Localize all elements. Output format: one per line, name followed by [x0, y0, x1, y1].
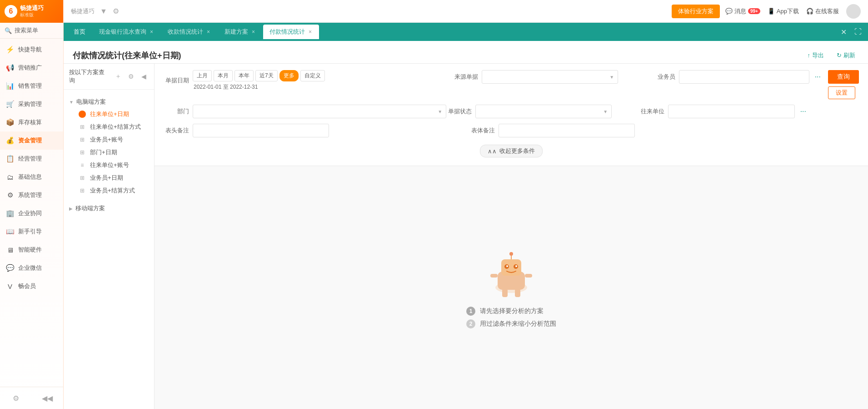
partner-input[interactable] — [668, 105, 794, 118]
scheme-item-salesman-payment[interactable]: ⊞ 业务员+结算方式 — [69, 184, 149, 197]
date-btn-more[interactable]: 更多 — [279, 70, 299, 81]
chevron-up-icon: ∧∧ — [488, 148, 497, 155]
export-label: 导出 — [812, 51, 824, 60]
refresh-button[interactable]: ↻ 刷新 — [833, 50, 859, 61]
avatar[interactable] — [846, 4, 861, 19]
tab-payment-close[interactable]: × — [308, 28, 313, 36]
source-select[interactable]: ▼ — [482, 70, 618, 84]
partner-label: 往来单位 — [639, 107, 664, 116]
sidebar-item-label: 快捷导航 — [18, 45, 42, 54]
online-service-button[interactable]: 🎧 在线客服 — [806, 7, 839, 15]
sidebar-bottom: ⚙ ◀◀ — [0, 387, 63, 409]
expand-tabs-button[interactable]: ⛶ — [852, 25, 864, 38]
date-btn-last7[interactable]: 近7天 — [255, 70, 278, 81]
sidebar-item-basic[interactable]: 🗂 基础信息 — [0, 168, 63, 186]
svg-rect-12 — [515, 289, 520, 297]
tab-new-plan-label: 新建方案 — [224, 28, 248, 36]
date-btn-custom[interactable]: 自定义 — [300, 70, 325, 81]
sidebar-item-member[interactable]: V 畅会员 — [0, 277, 63, 295]
sidebar-item-enterprise[interactable]: 🏢 企业协同 — [0, 204, 63, 222]
scheme-item-label: 业务员+日期 — [90, 174, 123, 182]
body-note-input[interactable] — [499, 124, 635, 137]
sidebar-item-inventory[interactable]: 📦 库存核算 — [0, 113, 63, 131]
scheme-item-salesman-account[interactable]: ⊞ 业务员+账号 — [69, 133, 149, 146]
scheme-header-label: 按以下方案查询 — [69, 68, 110, 85]
filter-settings-button[interactable]: 设置 — [828, 86, 855, 99]
scheme-group-mobile: ▶ 移动端方案 — [64, 200, 154, 217]
collapse-sidebar-button[interactable]: ◀◀ — [40, 391, 55, 405]
scheme-header: 按以下方案查询 ＋ ⚙ ◀ — [64, 64, 154, 90]
status-select[interactable]: ▼ — [475, 105, 612, 118]
messages-button[interactable]: 💬 消息 99+ — [725, 7, 760, 15]
scheme-collapse-button[interactable]: ◀ — [139, 71, 149, 81]
scheme-item-salesman-date[interactable]: ⊞ 业务员+日期 — [69, 172, 149, 184]
export-button[interactable]: ↑ 导出 — [804, 50, 828, 61]
tab-payment[interactable]: 付款情况统计 × — [263, 25, 319, 39]
salesman-input[interactable] — [679, 70, 809, 84]
tab-bank[interactable]: 现金银行流水查询 × — [93, 25, 160, 39]
tab-payment-label: 付款情况统计 — [269, 28, 305, 36]
sidebar-item-operation[interactable]: 📋 经营管理 — [0, 150, 63, 168]
sidebar-search[interactable]: 🔍 搜索菜单 — [0, 23, 63, 39]
gear-button[interactable]: ⚙ — [9, 391, 23, 405]
sidebar-nav: ⚡ 快捷导航 📢 营销推广 📊 销售管理 🛒 采购管理 📦 库存核算 💰 资金管… — [0, 39, 63, 387]
sidebar-item-system[interactable]: ⚙ 系统管理 — [0, 186, 63, 204]
app-download-button[interactable]: 📱 App下载 — [768, 7, 799, 15]
page-content: 付款情况统计(往来单位+日期) ↑ 导出 ↻ 刷新 按以下方案查询 ＋ — [64, 41, 868, 409]
chevron-down-icon[interactable]: ▼ — [100, 7, 107, 15]
tip-num-2: 2 — [466, 319, 475, 328]
scheme-item-bar-icon: ≡ — [78, 161, 86, 169]
sidebar-item-label: 经营管理 — [18, 155, 42, 163]
sidebar-item-label: 企业协同 — [18, 209, 42, 217]
tabbar-actions: ✕ ⛶ — [837, 25, 864, 38]
hardware-icon: 🖥 — [5, 245, 15, 254]
dept-select[interactable]: ▼ — [193, 105, 446, 118]
scheme-item-dept-date[interactable]: ⊞ 部门+日期 — [69, 146, 149, 159]
date-btn-this-year[interactable]: 本年 — [234, 70, 254, 81]
sidebar-item-shortcut[interactable]: ⚡ 快捷导航 — [0, 40, 63, 59]
app-download-label: App下载 — [777, 7, 799, 15]
date-btn-last-month[interactable]: 上月 — [193, 70, 212, 81]
scheme-settings-button[interactable]: ⚙ — [126, 71, 136, 81]
scheme-item-unit-payment[interactable]: ⊞ 往来单位+结算方式 — [69, 121, 149, 133]
salesman-dots[interactable]: ··· — [815, 73, 821, 81]
sidebar-item-purchase[interactable]: 🛒 采购管理 — [0, 95, 63, 113]
tab-home[interactable]: 首页 — [67, 25, 92, 39]
trial-button[interactable]: 体验行业方案 — [672, 5, 720, 18]
sidebar-item-label: 采购管理 — [18, 100, 42, 108]
sidebar-item-sales[interactable]: 📊 销售管理 — [0, 77, 63, 95]
refresh-icon: ↻ — [837, 52, 842, 59]
scheme-group-desktop-label: 电脑端方案 — [76, 98, 106, 106]
scheme-item-unit-account[interactable]: ≡ 往来单位+账号 — [69, 159, 149, 172]
scheme-add-button[interactable]: ＋ — [113, 71, 123, 81]
tab-new-plan[interactable]: 新建方案 × — [218, 25, 262, 39]
app-icon: 📱 — [768, 8, 775, 15]
scheme-group-desktop-title[interactable]: ▼ 电脑端方案 — [69, 96, 149, 108]
scheme-item-circle-icon — [78, 110, 86, 118]
tip-text-2: 用过滤条件来缩小分析范围 — [480, 320, 556, 328]
scheme-group-mobile-label: 移动端方案 — [75, 204, 105, 212]
service-icon: 🎧 — [806, 8, 813, 15]
tab-receipt-close[interactable]: × — [206, 28, 211, 36]
partner-dots[interactable]: ··· — [800, 107, 806, 116]
sidebar-item-hardware[interactable]: 🖥 智能硬件 — [0, 241, 63, 259]
sidebar-item-marketing[interactable]: 📢 营销推广 — [0, 59, 63, 77]
tab-home-label: 首页 — [74, 28, 85, 36]
scheme-item-label: 往来单位+日期 — [90, 110, 129, 118]
date-btn-this-month[interactable]: 本月 — [214, 70, 233, 81]
header-note-input[interactable] — [193, 124, 329, 137]
sidebar-item-wechat[interactable]: 💬 企业微信 — [0, 259, 63, 277]
sidebar-item-capital[interactable]: 💰 资金管理 — [0, 131, 63, 150]
scheme-group-mobile-title[interactable]: ▶ 移动端方案 — [69, 202, 149, 214]
tab-receipt[interactable]: 收款情况统计 × — [161, 25, 217, 39]
scheme-item-unit-date[interactable]: 往来单位+日期 — [69, 108, 149, 121]
scheme-item-label: 业务员+结算方式 — [90, 187, 135, 195]
settings-icon[interactable]: ⚙ — [113, 7, 119, 15]
collapse-filter-button[interactable]: ∧∧ 收起更多条件 — [480, 145, 543, 157]
close-all-tabs-button[interactable]: ✕ — [837, 25, 850, 38]
query-button[interactable]: 查询 — [828, 70, 859, 84]
tab-bank-close[interactable]: × — [149, 28, 154, 36]
sidebar-item-guide[interactable]: 📖 新手引导 — [0, 222, 63, 241]
body-note-label: 表体备注 — [469, 126, 495, 135]
tab-new-plan-close[interactable]: × — [251, 28, 256, 36]
